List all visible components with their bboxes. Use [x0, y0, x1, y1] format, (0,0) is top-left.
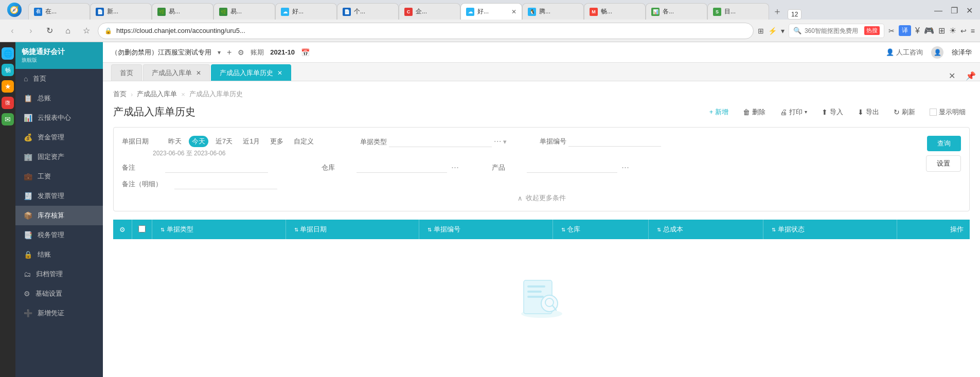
tab-yitong2[interactable]: 🌿 易...	[213, 3, 275, 20]
sidebar-item-archive[interactable]: 🗂 归档管理	[15, 264, 103, 284]
add-account-button[interactable]: +	[227, 48, 231, 57]
panel-pin-button[interactable]: 📌	[961, 71, 980, 81]
date-column-header[interactable]: ⇅ 单据日期	[286, 220, 419, 239]
tab-xinzeng[interactable]: 📄 新...	[90, 3, 152, 20]
select-all-checkbox[interactable]	[138, 225, 146, 232]
type-dropdown-icon[interactable]: ▾	[503, 138, 507, 146]
warehouse-dots[interactable]: ···	[451, 162, 459, 173]
tab-ge[interactable]: 📊 各...	[646, 3, 707, 20]
app-icon-weibo[interactable]: 微	[2, 97, 14, 109]
sidebar-item-basic[interactable]: ⚙ 基础设置	[15, 284, 103, 303]
tab-inbound-close[interactable]: ✕	[196, 69, 201, 77]
status-column-header[interactable]: ⇅ 单据状态	[763, 220, 897, 239]
date-option-today[interactable]: 今天	[189, 136, 208, 147]
undo-icon[interactable]: ↩	[960, 27, 967, 35]
export-button[interactable]: ⬇ 导出	[853, 105, 883, 119]
app-icon-browser[interactable]: 🌐	[2, 47, 14, 60]
cost-column-header[interactable]: ⇅ 总成本	[649, 220, 763, 239]
print-dropdown-icon[interactable]: ▾	[805, 109, 807, 115]
settings-icon[interactable]: ⚙	[238, 48, 244, 57]
tab-geren[interactable]: 📄 个...	[337, 3, 399, 20]
game-icon[interactable]: 🎮	[924, 26, 934, 35]
date-option-more[interactable]: 更多	[267, 136, 287, 147]
settings-column-header[interactable]: ⚙	[113, 220, 132, 239]
help-button[interactable]: 👤 人工咨询	[886, 48, 923, 57]
delete-button[interactable]: 🗑 删除	[739, 105, 770, 119]
date-option-yesterday[interactable]: 昨天	[165, 136, 185, 147]
product-dots[interactable]: ···	[621, 162, 629, 173]
warehouse-sort-icon[interactable]: ⇅	[561, 227, 565, 232]
sidebar-item-settlement[interactable]: 🔒 结账	[15, 245, 103, 264]
home-button[interactable]: ⌂	[61, 24, 75, 38]
calendar-icon[interactable]: 📅	[301, 48, 310, 57]
warehouse-column-header[interactable]: ⇅ 仓库	[553, 220, 649, 239]
sidebar-item-invoice[interactable]: 🧾 发票管理	[15, 186, 103, 206]
tab-tencent[interactable]: 🐧 腾...	[522, 3, 584, 20]
tab-homepage[interactable]: 首页	[111, 64, 142, 81]
extensions-icon[interactable]: ⊞	[758, 27, 764, 35]
type-filter-input[interactable]	[389, 137, 492, 147]
brightness-icon[interactable]: ☀	[949, 26, 956, 35]
forward-button[interactable]: ›	[24, 24, 38, 38]
import-button[interactable]: ⬆ 导入	[817, 105, 847, 119]
warehouse-filter-input[interactable]	[357, 163, 447, 173]
dropdown-arrow[interactable]: ▾	[781, 27, 785, 35]
query-button[interactable]: 查询	[927, 136, 961, 151]
show-detail-checkbox[interactable]: 显示明细	[925, 105, 970, 119]
tab-qiye[interactable]: C 企...	[399, 3, 460, 20]
sidebar-item-payroll[interactable]: 💼 工资	[15, 167, 103, 186]
account-dropdown[interactable]: ▾	[218, 49, 221, 56]
close-button[interactable]: ✕	[964, 4, 975, 17]
sidebar-item-general[interactable]: 📋 总账	[15, 88, 103, 108]
tab-chang[interactable]: M 畅...	[584, 3, 646, 20]
detail-note-filter-input[interactable]	[174, 179, 277, 189]
tab-hao2-active[interactable]: ☁ 好... ✕	[460, 3, 522, 20]
bookmark-button[interactable]: ☆	[79, 24, 94, 38]
type-column-header[interactable]: ⇅ 单据类型	[152, 220, 286, 239]
product-filter-input[interactable]	[527, 163, 617, 173]
sidebar-item-inventory[interactable]: 📦 库存核算	[15, 206, 103, 225]
note-filter-input[interactable]	[165, 163, 268, 173]
tab-inbound[interactable]: 产成品入库单 ✕	[143, 64, 210, 81]
currency-icon[interactable]: ¥	[915, 26, 920, 35]
lightning-icon[interactable]: ⚡	[768, 27, 777, 35]
cut-icon[interactable]: ✂	[888, 27, 895, 35]
user-avatar[interactable]: 👤	[931, 46, 943, 59]
back-button[interactable]: ‹	[5, 24, 20, 38]
tab-zaidu[interactable]: 在 在...	[28, 3, 90, 20]
more-icon[interactable]: ≡	[971, 27, 975, 35]
new-tab-button[interactable]: ＋	[769, 3, 786, 20]
user-name[interactable]: 徐泽华	[952, 48, 972, 57]
collapse-button[interactable]: ∧ 收起更多条件	[122, 193, 961, 203]
maximize-button[interactable]: ❐	[949, 4, 960, 17]
date-option-1month[interactable]: 近1月	[240, 136, 263, 147]
tab-close-icon[interactable]: ✕	[511, 8, 516, 15]
sidebar-item-tax[interactable]: 📑 税务管理	[15, 225, 103, 245]
grid-icon[interactable]: ⊞	[938, 26, 945, 35]
cost-sort-icon[interactable]: ⇅	[657, 227, 661, 232]
sidebar-item-home[interactable]: ⌂ 首页	[15, 69, 103, 88]
add-button[interactable]: + 新增	[705, 105, 733, 119]
tab-inbound-history-close[interactable]: ✕	[277, 69, 282, 77]
settings-button[interactable]: 设置	[926, 155, 961, 172]
search-bar[interactable]: 🔍 热搜	[789, 24, 884, 38]
translate-icon[interactable]: 译	[899, 25, 911, 36]
breadcrumb-inbound[interactable]: 产成品入库单	[137, 89, 177, 99]
sidebar-item-finance[interactable]: 💰 资金管理	[15, 128, 103, 147]
app-icon-star[interactable]: ★	[2, 80, 14, 93]
breadcrumb-home[interactable]: 首页	[113, 89, 127, 99]
app-icon-mail[interactable]: ✉	[2, 113, 14, 125]
refresh-button[interactable]: ↻	[42, 24, 57, 38]
type-sort-icon[interactable]: ⇅	[161, 227, 165, 232]
checkbox-icon[interactable]	[930, 109, 937, 116]
sidebar-item-new-voucher[interactable]: ➕ 新增凭证	[15, 303, 103, 323]
sidebar-item-reports[interactable]: 📊 云报表中心	[15, 108, 103, 128]
tab-inbound-history[interactable]: 产成品入库单历史 ✕	[211, 64, 291, 81]
date-option-7days[interactable]: 近7天	[212, 136, 236, 147]
number-sort-icon[interactable]: ⇅	[427, 227, 432, 232]
panel-close-button[interactable]: ✕	[942, 71, 961, 81]
number-column-header[interactable]: ⇅ 单据编号	[419, 220, 553, 239]
tab-yitong1[interactable]: 🌿 易...	[152, 3, 213, 20]
print-button[interactable]: 🖨 打印 ▾	[776, 105, 811, 119]
url-bar[interactable]: 🔒 https://cloud.chanjet.com/accounting/u…	[98, 23, 754, 39]
